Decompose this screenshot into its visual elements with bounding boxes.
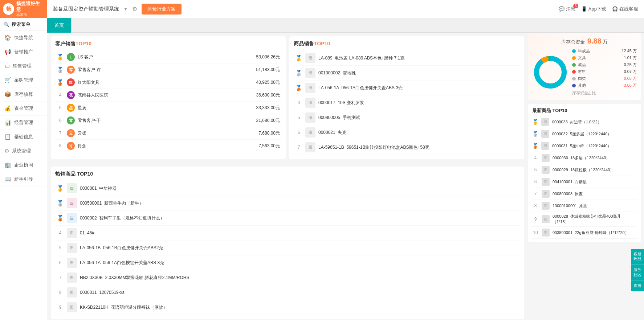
rank-number: 5 [532, 167, 539, 172]
rank-number: 8 [57, 143, 64, 148]
rank-number: 7 [57, 131, 64, 136]
sidebar-item-enterprise[interactable]: 🏢企业协同 [0, 158, 47, 172]
hot-product-img: 图 [67, 228, 77, 238]
newest-product-name: 0000032 5厘多层（1220*2440） [552, 131, 637, 137]
donut-chart [532, 54, 568, 90]
topbar-right: 💬 消息 6 📱 App下载 🎧 在线客服 [559, 6, 638, 12]
product-name: 0000021 夹克 [318, 130, 518, 136]
medal-silver-icon: 🥈 [532, 131, 538, 137]
newest-product-img: 图 [542, 166, 550, 174]
medal-bronze-icon: 🥉 [532, 143, 538, 149]
rank-number: 8 [57, 290, 64, 295]
newest-products-list: 🥇 图 0000033 封边带（1.0*22） 🥈 图 0000032 5厘多层… [532, 116, 637, 239]
nav-icon-sales: 🏷 [4, 63, 10, 69]
rank-number: 9 [57, 305, 64, 310]
product-img: 图 [305, 127, 315, 138]
sidebar-item-marketing[interactable]: 📢营销推广 [0, 45, 47, 59]
newest-product-row: 10 图 003800001 22g鱼豆腐·烧烤味（1*12*20） [532, 227, 637, 239]
rank-badge: 红 [67, 78, 75, 86]
newest-product-row: 7 图 000800008 原查 [532, 188, 637, 200]
rank-badge: 肖 [67, 142, 75, 150]
nav-icon-operations: 📊 [4, 119, 11, 126]
tabbar: 首页 [47, 18, 644, 33]
sidebar-item-inventory[interactable]: 📦库存核算 [0, 87, 47, 102]
rank-badge: 零 [67, 116, 75, 124]
message-icon: 💬 [559, 6, 564, 12]
tab-home[interactable]: 首页 [47, 18, 72, 33]
rank-number: 4 [57, 93, 64, 98]
product-name: 0000017 10S 变利罗浆 [318, 100, 518, 106]
nav-icon-purchase: 🛒 [4, 77, 11, 83]
rank-badge: 云 [67, 129, 75, 137]
newest-product-name: 004100001 白钢垫 [553, 179, 637, 185]
customer-name: 星扬 [78, 105, 253, 111]
sidebar-item-quick-nav[interactable]: 🏠快捷导航 [0, 31, 47, 45]
legend-dot [572, 84, 576, 87]
hot-product-img: 图 [67, 243, 77, 253]
left-panel: 客户销售TOP10 🥇 L LS 客户 53,006.26元 🥈 零 零售客户-… [47, 33, 528, 320]
medal-silver-icon: 🥈 [57, 200, 64, 207]
sidebar-item-system[interactable]: ⚙系统管理 [0, 144, 47, 158]
newest-product-row: 4 图 0000030 18多层（1220*2440） [532, 152, 637, 164]
sidebar-item-operations[interactable]: 📊经营管理 [0, 116, 47, 130]
experience-btn[interactable]: 体验行业方案 [142, 4, 182, 15]
message-badge: 6 [573, 4, 578, 8]
nav-label-quick-nav: 快捷导航 [14, 34, 33, 41]
sidebar-search[interactable]: 🔍 搜索菜单 [0, 18, 47, 31]
newest-product-img: 图 [541, 142, 549, 150]
medal-bronze-icon: 🥉 [57, 215, 64, 222]
newest-product-name: 003800001 22g鱼豆腐·烧烤味（1*12*20） [553, 230, 637, 235]
logo-icon: 畅 [3, 3, 14, 15]
nav-label-inventory: 库存核算 [14, 91, 33, 98]
customer-amount: 53,006.26元 [256, 54, 280, 60]
legend-value: -0.05 万 [619, 76, 637, 81]
product-img: 图 [305, 112, 315, 123]
product-rank-row: 6 图 0000021 夹克 [294, 125, 520, 140]
hot-product-row: 9 图 KK-SD22110H 花语萌但温分腿裤袜（厚款） [55, 300, 520, 315]
sidebar-item-base[interactable]: 📋基础信息 [0, 130, 47, 144]
message-btn[interactable]: 💬 消息 6 [559, 6, 575, 12]
medal-bronze-icon: 🥉 [57, 79, 64, 86]
sidebar-item-purchase[interactable]: 🛒采购管理 [0, 73, 47, 87]
hot-product-img: 图 [67, 302, 77, 312]
service-community-btn[interactable]: 服务社区 [631, 264, 644, 280]
customer-rank-list: 🥇 L LS 客户 53,006.26元 🥈 零 零售客户-许 51,183.0… [55, 51, 281, 152]
newest-product-row: 5 图 0000029 18颗粒板（1220*2440） [532, 164, 637, 176]
sidebar-item-guide[interactable]: 📖新手引导 [0, 172, 47, 186]
donut-container: 半成品 12.45 万 文具 1.01 万 成品 0.25 万 材料 0.07 … [532, 48, 637, 96]
legend-item: 肉类 -0.05 万 [572, 76, 637, 81]
legend-value: 1.01 万 [619, 55, 637, 61]
nav-label-marketing: 营销推广 [14, 49, 33, 55]
settings-icon[interactable]: ⚙ [132, 5, 137, 12]
newest-product-img: 图 [542, 178, 550, 186]
customer-amount: 7,563.00元 [258, 143, 280, 149]
sidebar-item-finance[interactable]: 💰资金管理 [0, 102, 47, 116]
logo-text: 畅捷通好生意 标准版 [16, 1, 44, 17]
svg-point-1 [537, 58, 564, 86]
nav-icon-base: 📋 [4, 134, 11, 140]
hot-product-row: 🥈 🖼 000500001 新西兰牛肉（新牛） [55, 196, 520, 211]
inventory-total: 库存总资金 9.88 万 [532, 37, 637, 45]
nav-icon-marketing: 📢 [4, 49, 11, 55]
customer-name: 零售客户-许 [78, 67, 253, 73]
customer-service-btn[interactable]: 客服热线 [631, 249, 644, 264]
customer-rank-row: 6 零 零售客户-于 21,680.00元 [55, 114, 281, 127]
hot-product-img: 图 [67, 287, 77, 298]
product-name: LA-59651-1B 59651-1B旋转投影灯电池盒ABS黑色+58壳 [318, 144, 518, 151]
customer-rank-row: 4 苍 苍南县人民医院 36,600.00元 [55, 89, 281, 102]
customer-rank-row: 8 肖 肖念 7,563.00元 [55, 140, 281, 152]
nav-label-enterprise: 企业协同 [14, 162, 33, 168]
legend-value: 0.07 万 [619, 69, 637, 74]
legend-label: 文具 [578, 55, 616, 61]
product-rank-row: 🥉 图 LA-056-1A 056-1A白色按键开关盖ABS 3壳 [294, 81, 520, 95]
customer-rank-row: 7 云 云扬 7,680.00元 [55, 127, 281, 140]
live-broadcast-btn[interactable]: 直播 [631, 280, 644, 291]
medal-gold-icon: 🥇 [57, 185, 64, 192]
rank-number: 6 [57, 118, 64, 123]
app-download-btn[interactable]: 📱 App下载 [581, 6, 606, 12]
hot-product-row: 🥇 🖼 0000001 中华神器 [55, 181, 520, 196]
dropdown-arrow-icon[interactable]: ▼ [123, 7, 128, 12]
customer-name: LS 客户 [78, 54, 253, 60]
sidebar-item-sales[interactable]: 🏷销售管理 [0, 59, 47, 73]
online-service-btn[interactable]: 🎧 在线客服 [612, 6, 638, 12]
